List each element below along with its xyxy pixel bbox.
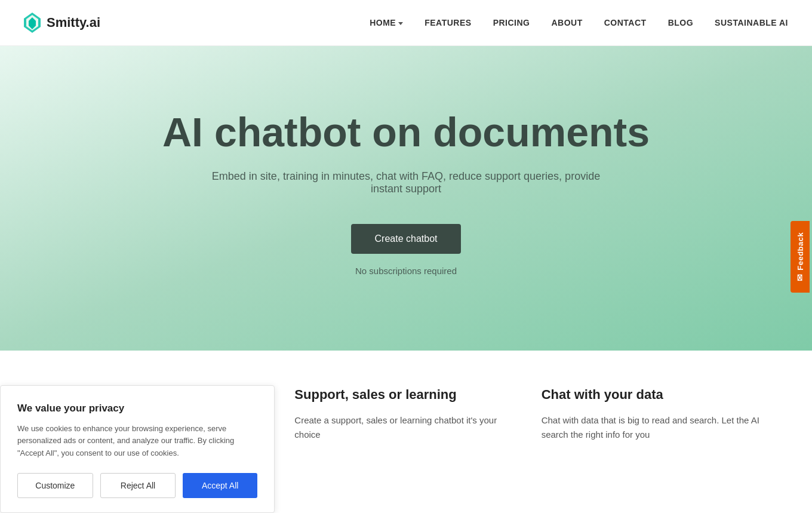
nav-item-pricing[interactable]: PRICING [493,17,530,28]
nav-item-contact[interactable]: CONTACT [604,17,647,28]
cookie-title: We value your privacy [17,403,257,414]
nav-item-features[interactable]: FEATURES [425,17,471,28]
nav-link-features[interactable]: FEATURES [425,18,471,27]
nav-item-blog[interactable]: BLOG [668,17,693,28]
chevron-down-icon [398,22,403,25]
hero-note: No subscriptions required [355,266,457,276]
brand-logo-icon [24,13,41,33]
customize-button[interactable]: Customize [17,473,93,498]
feedback-tab[interactable]: ✉ Feedback [791,221,810,293]
hero-subtitle: Embed in site, training in minutes, chat… [197,170,615,195]
nav-link-sustainable-ai[interactable]: SUSTAINABLE AI [715,18,788,27]
cookie-banner: We value your privacy We use cookies to … [0,385,275,512]
feature-title-1: Support, sales or learning [294,386,517,404]
hero-section: AI chatbot on documents Embed in site, t… [0,46,812,351]
feedback-label: Feedback [796,232,805,270]
nav-link-pricing[interactable]: PRICING [493,18,530,27]
create-chatbot-button[interactable]: Create chatbot [351,224,462,254]
feedback-icon: ✉ [795,274,805,281]
nav-link-contact[interactable]: CONTACT [604,18,647,27]
accept-all-button[interactable]: Accept All [183,473,257,498]
brand-name-text: Smitty.ai [47,15,100,30]
feature-card-1: Support, sales or learning Create a supp… [294,386,517,442]
feature-desc-1: Create a support, sales or learning chat… [294,413,517,442]
brand-link[interactable]: Smitty.ai [24,13,100,33]
navbar: Smitty.ai HOME FEATURES PRICING ABOUT CO… [0,0,812,46]
feature-desc-2: Chat with data that is big to read and s… [542,413,764,442]
nav-links: HOME FEATURES PRICING ABOUT CONTACT BLOG… [370,17,788,28]
nav-item-about[interactable]: ABOUT [551,17,582,28]
nav-item-sustainable-ai[interactable]: SUSTAINABLE AI [715,17,788,28]
nav-link-about[interactable]: ABOUT [551,18,582,27]
nav-link-blog[interactable]: BLOG [668,18,693,27]
cookie-description: We use cookies to enhance your browsing … [17,423,257,460]
feature-card-2: Chat with your data Chat with data that … [542,386,764,442]
cookie-buttons: Customize Reject All Accept All [17,473,257,498]
hero-title: AI chatbot on documents [162,109,650,155]
nav-link-home[interactable]: HOME [370,18,403,27]
nav-item-home[interactable]: HOME [370,18,403,27]
feature-title-2: Chat with your data [542,386,764,404]
reject-all-button[interactable]: Reject All [100,473,176,498]
